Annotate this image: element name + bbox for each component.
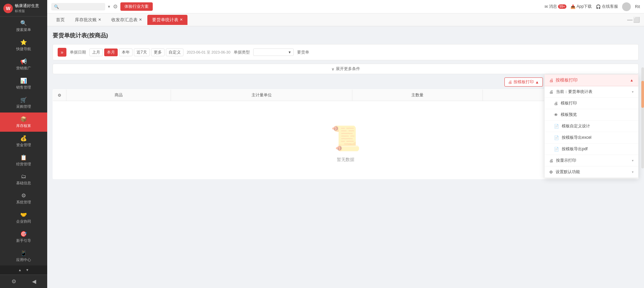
column-settings-icon[interactable]: ⚙ <box>58 93 61 98</box>
app-name: 畅康通好生意 <box>15 3 39 9</box>
item-pdf-icon: 📄 <box>554 147 559 152</box>
window-minimize-btn[interactable]: — <box>627 17 633 23</box>
page-title: 要货单统计表(按商品) <box>53 32 639 39</box>
dropdown-current-template[interactable]: 🖨 当前：要货单统计表 ▾ <box>545 86 638 98</box>
dropdown-header-left: 🖨 按模板打印 <box>549 77 578 83</box>
dropdown-display-print[interactable]: 🖨 按显示打印 ▾ <box>545 155 638 166</box>
dropdown-item-template-custom[interactable]: 📄 模板自定义设计 <box>545 121 638 132</box>
window-maximize-btn[interactable]: ⬜ <box>633 17 640 23</box>
target-icon: 🎯 <box>20 231 27 237</box>
empty-illustration: 📜 <box>330 124 361 153</box>
sidebar-item-search[interactable]: 🔍 搜索菜单 <box>0 17 47 36</box>
sidebar-item-label: 应用中心 <box>16 257 31 262</box>
sidebar-item-finance[interactable]: 💰 资金管理 <box>0 132 47 151</box>
right-scrollbar[interactable] <box>641 67 644 168</box>
tab-receipt-close[interactable]: ✕ <box>139 18 142 22</box>
table-th-settings[interactable]: ⚙ <box>53 90 66 101</box>
expand-more-label: 展开更多条件 <box>336 66 360 72</box>
doc-type-label: 单据类型 <box>234 50 250 55</box>
tab-batch-close[interactable]: ✕ <box>98 18 101 22</box>
tab-home-label: 首页 <box>56 17 65 23</box>
topbar-dropdown-icon[interactable]: ▾ <box>108 4 110 9</box>
doc-type-select[interactable]: ▾ <box>253 49 294 56</box>
sidebar-item-sales[interactable]: 📊 销售管理 <box>0 74 47 93</box>
sidebar-item-cooperation[interactable]: 🤝 企业协同 <box>0 208 47 227</box>
chevron-down-icon: ▾ <box>289 50 291 55</box>
app-logo-icon: W <box>3 4 13 13</box>
empty-label: 暂无数据 <box>337 157 354 163</box>
cart-icon: 🛒 <box>20 97 27 103</box>
expand-more-icon: ∨ <box>331 67 334 71</box>
sidebar-item-guide[interactable]: 🎯 新手引导 <box>0 227 47 247</box>
star-icon: ⭐ <box>20 39 27 45</box>
sidebar-item-purchase[interactable]: 🛒 采购管理 <box>0 93 47 113</box>
dropdown-header[interactable]: 🖨 按模板打印 ▲ <box>545 74 638 86</box>
current-template-label: 当前：要货单统计表 <box>556 89 592 95</box>
collapse-footer-icon[interactable]: ◀ <box>32 278 36 285</box>
expand-more-bar[interactable]: ∨ 展开更多条件 <box>53 64 639 74</box>
date-btn-custom[interactable]: 自定义 <box>166 49 183 56</box>
print-template-btn[interactable]: 🖨 按模板打印 ▲ <box>504 77 543 87</box>
print-dropdown-menu: 🖨 按模板打印 ▲ 🖨 当前：要货单统计表 ▾ 🖨 模板打印 👁 模板预览 <box>544 74 639 178</box>
filter-expand-btn[interactable]: » <box>58 48 66 57</box>
sidebar-up-btn[interactable]: ▲ <box>17 267 23 273</box>
clipboard-icon: 📋 <box>20 154 27 161</box>
sidebar-item-label: 营销推广 <box>16 66 31 71</box>
filter-bar: » 单据日期 上月 本月 本年 近7天 更多 自定义 2023-06-01 至 … <box>53 44 639 60</box>
tab-order-close[interactable]: ✕ <box>180 18 183 22</box>
dropdown-item-template-print[interactable]: 🖨 模板打印 <box>545 98 638 109</box>
dropdown-current-left: 🖨 当前：要货单统计表 <box>549 89 592 95</box>
sidebar-item-label: 经营管理 <box>16 162 31 167</box>
sidebar-item-quick-nav[interactable]: ⭐ 快捷导航 <box>0 36 47 55</box>
table-th-unit: 主计量单位 <box>171 90 352 101</box>
item-template-preview-label: 模板预览 <box>561 112 577 118</box>
date-btn-this-month[interactable]: 本月 <box>104 49 118 56</box>
date-btn-last-month[interactable]: 上月 <box>89 49 103 56</box>
sidebar-item-app-center[interactable]: 📱 应用中心 <box>0 247 47 265</box>
user-avatar[interactable] <box>622 2 631 11</box>
dropdown-item-template-preview[interactable]: 👁 模板预览 <box>545 109 638 121</box>
sidebar-item-basic[interactable]: 🗂 基础信息 <box>0 170 47 189</box>
topbar-right: ✉ 消息 99+ 📥 App下载 🎧 在线客服 Rit <box>545 2 640 11</box>
app-download-label: App下载 <box>577 4 592 9</box>
dropdown-header-arrow: ▲ <box>630 78 634 82</box>
table-col-qty: 主数量 <box>411 93 423 97</box>
dropdown-item-template-excel[interactable]: 📄 按模板导出excel <box>545 132 638 143</box>
service-icon: 🎧 <box>596 4 601 9</box>
date-btn-this-year[interactable]: 本年 <box>119 49 133 56</box>
search-icon: 🔍 <box>20 20 27 26</box>
scrollbar-thumb[interactable] <box>641 81 644 108</box>
mobile-icon: 📱 <box>20 250 27 256</box>
tab-receipt-summary[interactable]: 收发存汇总表 ✕ <box>107 15 147 25</box>
search-placeholder: 🔍 <box>54 4 59 9</box>
sidebar-item-operations[interactable]: 📋 经营管理 <box>0 151 47 170</box>
trial-btn[interactable]: 体验行业方案 <box>120 2 153 11</box>
sidebar-down-btn[interactable]: ▼ <box>24 267 30 273</box>
sidebar-item-marketing[interactable]: 📢 营销推广 <box>0 55 47 74</box>
topbar-gear-icon[interactable]: ⚙ <box>113 3 118 10</box>
messages-badge: 99+ <box>558 4 566 9</box>
tab-home[interactable]: 首页 <box>51 15 69 25</box>
app-download-btn[interactable]: 📥 App下载 <box>570 4 592 9</box>
tab-order-stats[interactable]: 要货单统计表 ✕ <box>147 15 187 25</box>
display-print-label: 按显示打印 <box>556 158 576 163</box>
settings-footer-icon[interactable]: ⚙ <box>11 278 16 285</box>
item-printer-icon: 🖨 <box>554 101 558 106</box>
tab-batch[interactable]: 库存批次账 ✕ <box>70 15 106 25</box>
dropdown-display-left: 🖨 按显示打印 <box>549 158 576 163</box>
dropdown-item-template-pdf[interactable]: 📄 按模板导出pdf <box>545 143 638 155</box>
sidebar-item-system[interactable]: ⚙ 系统管理 <box>0 189 47 208</box>
date-btn-7days[interactable]: 近7天 <box>134 49 150 56</box>
sidebar-item-label: 新手引导 <box>16 238 31 243</box>
sidebar-item-label: 销售管理 <box>16 85 31 90</box>
box-icon: 📦 <box>20 116 27 122</box>
empty-scroll-icon: 📜 <box>330 125 361 152</box>
table-th-qty: 主数量 <box>352 90 482 101</box>
date-btn-more[interactable]: 更多 <box>151 49 165 56</box>
messages-btn[interactable]: ✉ 消息 99+ <box>545 4 566 9</box>
tabbar: 首页 库存批次账 ✕ 收发存汇总表 ✕ 要货单统计表 ✕ — ⬜ <box>47 13 644 26</box>
dropdown-set-default[interactable]: ⚙ 设置默认功能 ▾ <box>545 166 638 178</box>
sidebar-item-inventory[interactable]: 📦 库存核算 <box>0 113 47 132</box>
online-service-btn[interactable]: 🎧 在线客服 <box>596 4 618 9</box>
username-label: Rit <box>635 4 640 9</box>
